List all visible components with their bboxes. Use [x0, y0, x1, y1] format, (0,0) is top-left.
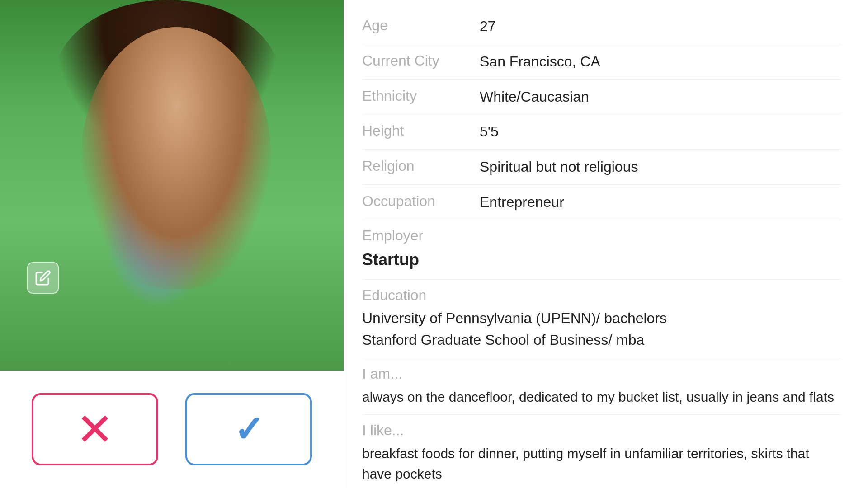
city-label: Current City: [362, 52, 480, 69]
edit-photo-button[interactable]: [27, 262, 59, 294]
age-row: Age 27: [362, 9, 841, 44]
education-value-2: Stanford Graduate School of Business/ mb…: [362, 329, 841, 351]
iam-label: I am...: [362, 366, 841, 382]
religion-label: Religion: [362, 157, 480, 174]
action-bar: ✕ ✓: [0, 371, 344, 488]
reject-button[interactable]: ✕: [32, 393, 158, 465]
employer-block: Employer Startup: [362, 220, 841, 280]
occupation-row: Occupation Entrepreneur: [362, 185, 841, 220]
iam-value: always on the dancefloor, dedicated to m…: [362, 387, 841, 407]
ethnicity-value: White/Caucasian: [480, 87, 841, 107]
right-panel: Age 27 Current City San Francisco, CA Et…: [344, 0, 868, 488]
education-label: Education: [362, 287, 841, 304]
height-value: 5'5: [480, 122, 841, 142]
occupation-value: Entrepreneur: [480, 192, 841, 212]
city-value: San Francisco, CA: [480, 52, 841, 72]
age-label: Age: [362, 16, 480, 34]
like-button[interactable]: ✓: [185, 393, 312, 465]
pencil-icon: [35, 270, 51, 286]
height-row: Height 5'5: [362, 114, 841, 150]
ilike-value: breakfast foods for dinner, putting myse…: [362, 443, 841, 484]
ethnicity-row: Ethnicity White/Caucasian: [362, 80, 841, 115]
profile-photo: [0, 0, 344, 371]
left-panel: ✕ ✓: [0, 0, 344, 488]
education-block: Education University of Pennsylvania (UP…: [362, 280, 841, 358]
like-icon: ✓: [234, 408, 264, 450]
reject-icon: ✕: [76, 407, 114, 452]
city-row: Current City San Francisco, CA: [362, 44, 841, 80]
ilike-label: I like...: [362, 422, 841, 439]
employer-label: Employer: [362, 227, 841, 244]
hair-decoration: [54, 0, 280, 158]
education-value-1: University of Pennsylvania (UPENN)/ bach…: [362, 307, 841, 329]
employer-value: Startup: [362, 248, 841, 272]
ethnicity-label: Ethnicity: [362, 87, 480, 104]
height-label: Height: [362, 122, 480, 139]
occupation-label: Occupation: [362, 192, 480, 210]
age-value: 27: [480, 16, 841, 37]
religion-value: Spiritual but not religious: [480, 157, 841, 177]
ilike-section: I like... breakfast foods for dinner, pu…: [362, 415, 841, 488]
religion-row: Religion Spiritual but not religious: [362, 150, 841, 185]
iam-section: I am... always on the dancefloor, dedica…: [362, 358, 841, 415]
profile-info: Age 27 Current City San Francisco, CA Et…: [362, 9, 841, 488]
